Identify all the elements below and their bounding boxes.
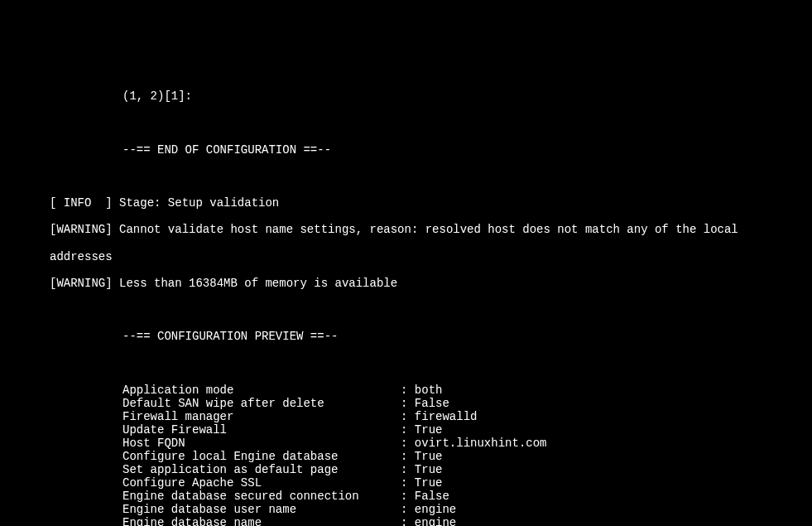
blank-line xyxy=(0,117,812,130)
config-row: Configure Apache SSL : True xyxy=(0,476,812,490)
warning-line-2: [WARNING] Less than 16384MB of memory is… xyxy=(0,277,812,290)
blank-line xyxy=(0,356,812,369)
config-row: Engine database user name : engine xyxy=(0,503,812,516)
config-row: Firewall manager : firewalld xyxy=(0,410,812,423)
end-config-header: --== END OF CONFIGURATION ==-- xyxy=(0,143,812,157)
warning-text: Less than 16384MB of memory is available xyxy=(119,277,397,290)
config-row: Application mode : both xyxy=(0,384,812,397)
config-row: Host FQDN : ovirt.linuxhint.com xyxy=(0,437,812,450)
config-list: Application mode : bothDefault SAN wipe … xyxy=(0,384,812,526)
config-row: Default SAN wipe after delete : False xyxy=(0,397,812,410)
terminal-output: (1, 2)[1]: --== END OF CONFIGURATION ==-… xyxy=(0,53,812,526)
config-row: Set application as default page : True xyxy=(0,463,812,476)
warning-tag: [WARNING] xyxy=(50,223,113,236)
warning-tag: [WARNING] xyxy=(50,277,113,290)
config-row: Engine database secured connection : Fal… xyxy=(0,490,812,503)
blank-line xyxy=(0,303,812,316)
config-preview-header: --== CONFIGURATION PREVIEW ==-- xyxy=(0,330,812,343)
config-row: Update Firewall : True xyxy=(0,423,812,437)
config-row: Engine database name : engine xyxy=(0,516,812,526)
info-text: Stage: Setup validation xyxy=(119,196,279,210)
warning-line-1b: addresses xyxy=(0,250,812,263)
info-tag: [ INFO ] xyxy=(50,196,113,210)
blank-line xyxy=(0,170,812,183)
warning-line-1: [WARNING] Cannot validate host name sett… xyxy=(0,223,812,236)
info-line: [ INFO ] Stage: Setup validation xyxy=(0,196,812,210)
config-row: Configure local Engine database : True xyxy=(0,450,812,463)
warning-text: Cannot validate host name settings, reas… xyxy=(119,223,738,236)
input-prompt-line: (1, 2)[1]: xyxy=(0,89,812,103)
